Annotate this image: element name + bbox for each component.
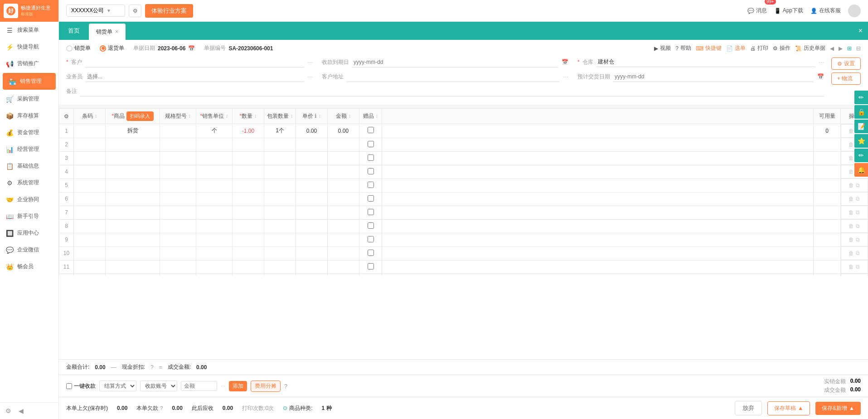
table-scroll[interactable]: ⚙ 条码 ↕ *商品 扫码录入 规格型号 ↕ *销售单位 ↕ *数量 [59,108,868,276]
print-icon: 🖨 [750,45,756,52]
sidebar-item-basics[interactable]: 📋 基础信息 [0,158,58,174]
expected-date-calendar-icon[interactable]: 📅 [817,73,824,80]
float-item-2[interactable]: 🔒 [854,105,868,119]
delete-icon-5[interactable]: 🗑 [849,182,854,188]
action-btn[interactable]: ⚙ 操作 [773,44,790,52]
one-click-payment-input[interactable] [66,383,72,389]
amount-input[interactable] [181,381,217,391]
delete-icon-1[interactable]: 🗑 [849,128,854,134]
sidebar-item-quick-nav[interactable]: ⚡ 快捷导航 [0,39,58,55]
history-btn[interactable]: 📜 历史单据 [795,44,825,52]
fee-help-icon[interactable]: ? [284,383,287,390]
user-avatar[interactable] [848,5,861,17]
sidebar-item-wechat[interactable]: 💬 企业微信 [0,241,58,258]
collapse-icon[interactable]: ◀ [19,407,24,414]
help-btn[interactable]: ? 帮助 [675,44,691,52]
copy-icon-11[interactable]: ⧉ [856,264,860,270]
delete-icon-11[interactable]: 🗑 [849,264,854,270]
customer-addr-more-icon[interactable]: ··· [563,73,568,80]
copy-icon-6[interactable]: ⧉ [856,196,860,202]
sidebar-item-guide[interactable]: 📖 新手引导 [0,208,58,225]
delete-icon-4[interactable]: 🗑 [849,169,854,175]
scan-button[interactable]: 扫码录入 [126,111,154,121]
delete-icon-10[interactable]: 🗑 [849,250,854,256]
copy-icon-7[interactable]: ⧉ [856,209,860,216]
sidebar-item-sales[interactable]: 🏪 销售管理 [3,73,56,90]
settings-button[interactable]: ⚙ 放弃 设置 [831,58,861,70]
logistics-button[interactable]: + 物流 [831,72,861,85]
account-select[interactable]: 收款账号 [140,380,177,391]
radio-sale-order[interactable]: 销货单 [66,44,91,52]
discount-icon: — [111,364,116,371]
copy-icon-9[interactable]: ⧉ [856,236,860,243]
save-draft-button[interactable]: 保存草稿 ▲ [767,401,810,415]
tab-bar-close-icon[interactable]: × [858,27,863,35]
total-due-help-icon[interactable]: ? [160,405,163,411]
expected-date-input[interactable] [613,71,814,82]
notes-input[interactable] [80,86,824,96]
sidebar-item-system[interactable]: ⚙ 系统管理 [0,174,58,191]
sidebar-item-app-center[interactable]: 🔲 应用中心 [0,225,58,241]
save-new-button[interactable]: 保存&新增 ▲ [815,402,861,415]
shortcut-btn[interactable]: ⌨ 快捷键 [696,44,722,52]
settlement-method-select[interactable]: 结算方式 [99,380,136,391]
col-settings[interactable]: ⚙ [59,109,74,124]
salesperson-input[interactable] [85,71,304,82]
row-1-gift[interactable] [359,124,382,138]
delete-icon-6[interactable]: 🗑 [849,196,854,202]
copy-icon-5[interactable]: ⧉ [856,182,860,188]
app-download-action[interactable]: 📱 App下载 [774,7,803,14]
customer-addr-input[interactable] [346,71,559,82]
settings-bottom-icon[interactable]: ⚙ [5,407,11,414]
fee-split-button[interactable]: 费用分摊 [251,380,281,392]
float-item-5[interactable]: ✏ [854,149,868,162]
calendar-icon[interactable]: 📅 [188,45,195,52]
delete-icon-2[interactable]: 🗑 [849,141,854,148]
payment-due-calendar-icon[interactable]: 📅 [562,59,568,65]
amount-more-icon[interactable]: ··· [221,383,225,389]
abandon-button[interactable]: 放弃 [735,401,762,415]
float-item-1[interactable]: ✏ [854,91,868,104]
delete-icon-9[interactable]: 🗑 [849,236,854,243]
salesperson-more-icon[interactable]: ··· [307,73,313,80]
gear-button[interactable]: ⚙ [129,5,141,17]
tab-close-icon[interactable]: × [115,29,118,35]
customer-input[interactable] [85,57,304,67]
choose-btn[interactable]: 📄 选单 [726,44,746,52]
delete-icon-3[interactable]: 🗑 [849,155,854,161]
nav-prev-icon[interactable]: ◀ [830,45,834,52]
delete-icon-8[interactable]: 🗑 [849,223,854,229]
add-payment-button[interactable]: 添加 [229,381,247,391]
print-btn[interactable]: 🖨 打印 [750,44,768,52]
warehouse-more-icon[interactable]: ··· [819,58,824,66]
nav-next-icon[interactable]: ▶ [839,45,843,52]
video-btn[interactable]: ▶ 视频 [654,44,671,52]
tab-home[interactable]: 首页 [59,22,89,40]
company-selector[interactable]: XXXXXX公司 ▼ [66,5,125,17]
payment-due-input[interactable] [352,57,558,67]
sidebar-item-inventory[interactable]: 📦 库存核算 [0,107,58,124]
sidebar-item-operations[interactable]: 📊 经营管理 [0,141,58,158]
online-service-action[interactable]: 👤 在线客服 [810,7,841,14]
sidebar-item-purchase[interactable]: 🛒 采购管理 [0,91,58,107]
sidebar-item-member[interactable]: 👑 畅会员 [0,258,58,275]
sidebar-item-enterprise[interactable]: 🤝 企业协同 [0,191,58,208]
radio-return-order[interactable]: 退货单 [100,44,124,52]
sidebar-item-marketing[interactable]: 📢 营销推广 [0,55,58,72]
tab-sale-order[interactable]: 销货单 × [89,24,126,40]
float-item-4[interactable]: ⭐ [854,134,868,148]
trial-button[interactable]: 体验行业方案 [145,4,193,18]
list-view-icon[interactable]: ⊟ [856,45,861,52]
sidebar-item-finance[interactable]: 💰 资金管理 [0,124,58,141]
sidebar-item-search[interactable]: ☰ 搜索菜单 [0,22,58,39]
float-item-6[interactable]: 🔔 [854,163,868,177]
discount-help-icon[interactable]: ? [150,364,154,371]
grid-view-icon[interactable]: ⊞ [847,45,852,52]
one-click-payment-checkbox[interactable]: 一键收款 [66,382,96,390]
copy-icon-10[interactable]: ⧉ [856,250,860,256]
delete-icon-7[interactable]: 🗑 [849,209,854,216]
copy-icon-8[interactable]: ⧉ [856,223,860,229]
float-item-3[interactable]: 📝 [854,120,868,133]
message-action[interactable]: 💬 消息 99+ [747,7,767,14]
customer-more-icon[interactable]: ··· [307,58,313,66]
